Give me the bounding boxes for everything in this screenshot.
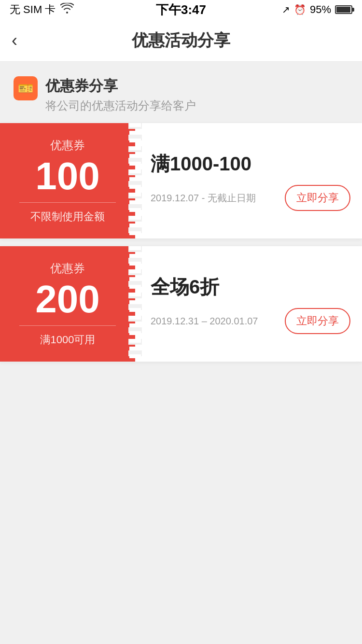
coupon-left: 优惠券 100 不限制使用金额 — [0, 123, 135, 238]
coupon-right: 满1000-100 2019.12.07 - 无截止日期 立即分享 — [135, 123, 362, 238]
status-right: ↗ ⏰ 95% — [282, 3, 352, 16]
nav-bar: ‹ 优惠活动分享 — [0, 19, 362, 62]
share-button[interactable]: 立即分享 — [285, 185, 350, 211]
battery-percent: 95% — [310, 3, 331, 16]
coupon-card: 优惠券 100 不限制使用金额 满1000-100 2019.12.07 - 无… — [0, 123, 362, 238]
carrier-label: 无 SIM 卡 — [10, 2, 56, 17]
nav-title: 优惠活动分享 — [132, 29, 230, 52]
section-subtitle: 将公司的优惠活动分享给客户 — [45, 98, 196, 113]
location-icon: ↗ — [282, 4, 290, 15]
coupon-date: 2019.12.31 – 2020.01.07 — [151, 316, 280, 327]
coupons-list: 优惠券 100 不限制使用金额 满1000-100 2019.12.07 - 无… — [0, 123, 362, 379]
alarm-icon: ⏰ — [294, 4, 306, 15]
wifi-icon — [60, 3, 74, 16]
section-header: 🎫 优惠券分享 将公司的优惠活动分享给客户 — [0, 62, 362, 123]
coupon-right: 全场6折 2019.12.31 – 2020.01.07 立即分享 — [135, 246, 362, 362]
coupon-left: 优惠券 200 满1000可用 — [0, 246, 135, 362]
section-title: 优惠券分享 — [45, 76, 196, 96]
coupon-type-label: 优惠券 — [50, 138, 85, 153]
section-text-group: 优惠券分享 将公司的优惠活动分享给客户 — [45, 76, 196, 113]
battery-icon — [335, 5, 352, 14]
coupon-condition: 不限制使用金额 — [30, 210, 105, 224]
coupon-value: 100 — [35, 157, 99, 196]
share-button[interactable]: 立即分享 — [285, 308, 350, 334]
status-time: 下午3:47 — [156, 1, 206, 18]
status-bar: 无 SIM 卡 下午3:47 ↗ ⏰ 95% — [0, 0, 362, 19]
coupon-date: 2019.12.07 - 无截止日期 — [151, 192, 280, 205]
coupon-bottom-row: 2019.12.31 – 2020.01.07 立即分享 — [151, 308, 350, 334]
coupon-divider — [19, 202, 116, 203]
status-left: 无 SIM 卡 — [10, 2, 74, 17]
coupon-name: 全场6折 — [151, 274, 350, 300]
empty-area — [0, 379, 362, 620]
coupon-condition: 满1000可用 — [40, 333, 96, 347]
section-icon: 🎫 — [14, 76, 38, 100]
coupon-name: 满1000-100 — [151, 151, 350, 177]
back-button[interactable]: ‹ — [12, 32, 17, 49]
coupon-bottom-row: 2019.12.07 - 无截止日期 立即分享 — [151, 185, 350, 211]
coupon-type-label: 优惠券 — [50, 261, 85, 276]
coupon-divider — [19, 325, 116, 326]
coupon-value: 200 — [35, 280, 99, 319]
coupon-icon: 🎫 — [18, 81, 33, 96]
coupon-card: 优惠券 200 满1000可用 全场6折 2019.12.31 – 2020.0… — [0, 246, 362, 362]
